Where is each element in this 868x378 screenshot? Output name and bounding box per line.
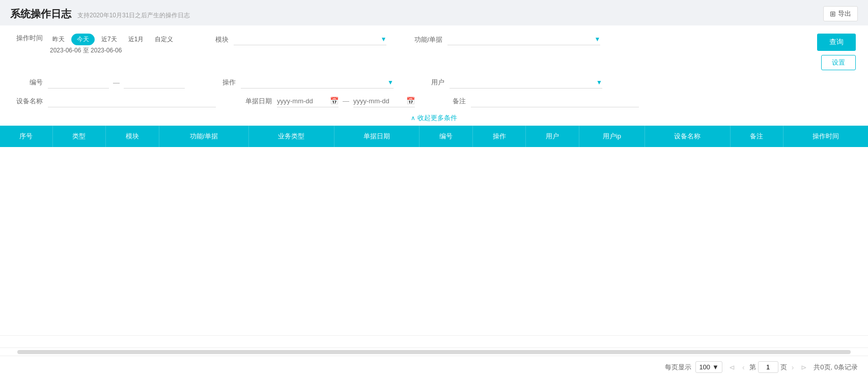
export-label: 导出 bbox=[838, 9, 851, 18]
number-to-input[interactable] bbox=[124, 76, 185, 89]
last-page-button[interactable]: ⊳ bbox=[798, 362, 809, 372]
time-btn-7days[interactable]: 近7天 bbox=[97, 34, 122, 45]
col-remark: 备注 bbox=[730, 126, 783, 147]
col-op-time: 操作时间 bbox=[783, 126, 868, 147]
collapse-bar: ∧ 收起更多条件 bbox=[12, 110, 856, 124]
time-btn-custom[interactable]: 自定义 bbox=[150, 34, 178, 45]
module-label: 模块 bbox=[198, 35, 234, 44]
operation-filter: 操作 ▼ bbox=[205, 77, 394, 89]
action-buttons: 查询 设置 bbox=[817, 34, 856, 70]
col-device: 设备名称 bbox=[645, 126, 730, 147]
prev-page-button[interactable]: ‹ bbox=[740, 362, 747, 372]
module-filter: 模块 ▼ bbox=[198, 34, 386, 45]
function-select[interactable]: ▼ bbox=[447, 34, 600, 45]
collapse-button[interactable]: ∧ 收起更多条件 bbox=[411, 113, 457, 123]
module-dropdown-icon: ▼ bbox=[380, 36, 386, 43]
time-btn-1month[interactable]: 近1月 bbox=[124, 34, 149, 45]
operation-label: 操作 bbox=[205, 78, 241, 87]
time-btn-yesterday[interactable]: 昨天 bbox=[48, 34, 69, 45]
doc-date-filter: 单据日期 📅 — 📅 bbox=[236, 95, 415, 107]
col-module: 模块 bbox=[106, 126, 159, 147]
data-table: 序号 类型 模块 功能/单据 业务类型 单据日期 编号 操作 用户 用户ip 设… bbox=[0, 126, 868, 336]
remark-input[interactable] bbox=[471, 95, 639, 107]
date-to-calendar-icon[interactable]: 📅 bbox=[406, 97, 415, 105]
device-input[interactable] bbox=[48, 95, 216, 107]
operation-dropdown-icon: ▼ bbox=[387, 79, 394, 86]
function-label: 功能/单据 bbox=[407, 35, 447, 44]
page-input-group: 第 页 bbox=[749, 361, 787, 373]
empty-state bbox=[4, 152, 864, 330]
page-title: 系统操作日志 bbox=[10, 7, 71, 21]
page-size-value: 100 bbox=[699, 363, 710, 371]
page-size-select[interactable]: 100 ▼ bbox=[695, 361, 722, 373]
col-biz-type: 业务类型 bbox=[249, 126, 334, 147]
doc-date-dash: — bbox=[343, 97, 349, 105]
query-button[interactable]: 查询 bbox=[817, 34, 856, 51]
doc-date-to-input[interactable] bbox=[353, 97, 404, 105]
pagination-bar: 每页显示 100 ▼ ⊲ ‹ 第 页 › ⊳ 共0页, 0条记录 bbox=[0, 356, 868, 378]
empty-row bbox=[0, 147, 868, 336]
page-subtitle: 支持2020年10月31日之后产生的操作日志 bbox=[77, 11, 190, 20]
doc-date-label: 单据日期 bbox=[236, 97, 277, 106]
device-label: 设备名称 bbox=[12, 97, 48, 106]
page-number-input[interactable] bbox=[758, 361, 778, 373]
total-info: 共0页, 0条记录 bbox=[814, 363, 858, 372]
col-user: 用户 bbox=[526, 126, 579, 147]
pagination-nav: ⊲ ‹ 第 页 › ⊳ bbox=[726, 361, 809, 373]
table-body bbox=[0, 147, 868, 336]
user-label: 用户 bbox=[414, 78, 450, 87]
filter-section: 操作时间 昨天 今天 近7天 近1月 自定义 2023-06-06 至 2023… bbox=[0, 25, 868, 126]
scrollbar-inner bbox=[17, 350, 851, 354]
number-filter: 编号 — bbox=[12, 76, 185, 89]
remark-label: 备注 bbox=[435, 97, 471, 106]
col-doc-date: 单据日期 bbox=[334, 126, 419, 147]
col-function: 功能/单据 bbox=[159, 126, 248, 147]
collapse-label: 收起更多条件 bbox=[417, 113, 457, 123]
function-filter: 功能/单据 ▼ bbox=[407, 34, 600, 45]
col-number: 编号 bbox=[419, 126, 472, 147]
remark-filter: 备注 bbox=[435, 95, 639, 107]
col-seq: 序号 bbox=[0, 126, 52, 147]
next-page-button[interactable]: › bbox=[789, 362, 797, 372]
per-page-label: 每页显示 bbox=[665, 363, 691, 372]
time-label: 操作时间 bbox=[12, 34, 48, 43]
user-dropdown-icon: ▼ bbox=[596, 79, 602, 86]
table-header: 序号 类型 模块 功能/单据 业务类型 单据日期 编号 操作 用户 用户ip 设… bbox=[0, 126, 868, 147]
page-header: 系统操作日志 支持2020年10月31日之后产生的操作日志 ⊞ 导出 bbox=[0, 0, 868, 25]
time-filter-group: 操作时间 昨天 今天 近7天 近1月 自定义 2023-06-06 至 2023… bbox=[12, 34, 178, 55]
page-label-post: 页 bbox=[780, 363, 787, 372]
doc-date-from-group: 📅 bbox=[277, 95, 339, 107]
time-range: 2023-06-06 至 2023-06-06 bbox=[50, 46, 178, 55]
date-from-calendar-icon[interactable]: 📅 bbox=[330, 97, 339, 105]
number-dash: — bbox=[113, 79, 120, 86]
page-size-arrow: ▼ bbox=[712, 363, 719, 371]
doc-date-to-group: 📅 bbox=[353, 95, 415, 107]
table-container: 序号 类型 模块 功能/单据 业务类型 单据日期 编号 操作 用户 用户ip 设… bbox=[0, 126, 868, 347]
function-dropdown-icon: ▼ bbox=[594, 36, 600, 43]
export-button[interactable]: ⊞ 导出 bbox=[823, 6, 858, 21]
number-from-input[interactable] bbox=[48, 76, 109, 89]
setting-button[interactable]: 设置 bbox=[821, 55, 856, 70]
table-header-row: 序号 类型 模块 功能/单据 业务类型 单据日期 编号 操作 用户 用户ip 设… bbox=[0, 126, 868, 147]
number-label: 编号 bbox=[12, 78, 48, 87]
header-title-row: 系统操作日志 支持2020年10月31日之后产生的操作日志 bbox=[10, 7, 190, 21]
col-operation: 操作 bbox=[472, 126, 525, 147]
user-filter: 用户 ▼ bbox=[414, 77, 602, 89]
doc-date-from-input[interactable] bbox=[277, 97, 328, 105]
operation-select[interactable]: ▼ bbox=[241, 77, 394, 89]
collapse-icon: ∧ bbox=[411, 114, 415, 122]
device-filter: 设备名称 bbox=[12, 95, 216, 107]
page-label-pre: 第 bbox=[749, 363, 756, 372]
time-btn-today[interactable]: 今天 bbox=[71, 34, 95, 45]
col-type: 类型 bbox=[52, 126, 105, 147]
first-page-button[interactable]: ⊲ bbox=[726, 362, 738, 372]
col-user-ip: 用户ip bbox=[579, 126, 645, 147]
export-icon: ⊞ bbox=[830, 10, 836, 18]
scrollbar-area[interactable] bbox=[0, 347, 868, 356]
module-select[interactable]: ▼ bbox=[234, 34, 386, 45]
user-select[interactable]: ▼ bbox=[450, 77, 602, 89]
